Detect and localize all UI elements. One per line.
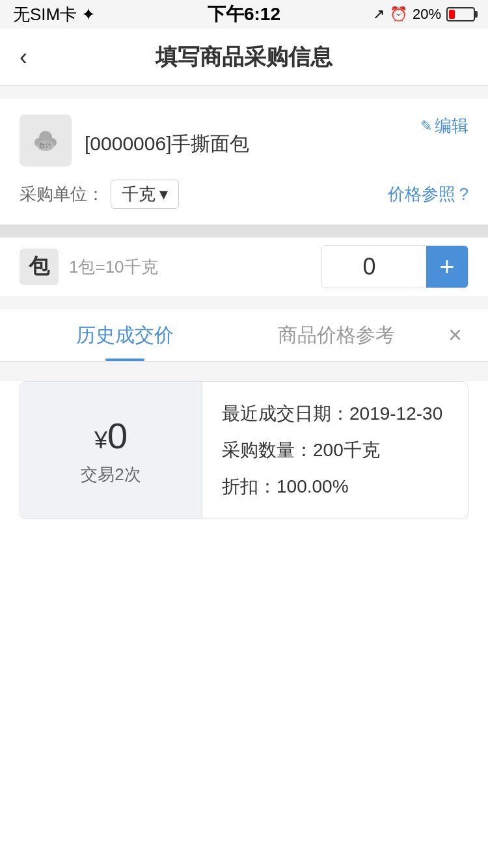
battery-percent: 20%: [413, 6, 441, 23]
date-label: 最近成交日期：: [222, 403, 349, 424]
battery-fill: [449, 10, 455, 19]
date-value: 2019-12-30: [349, 403, 442, 424]
status-left: 无SIM卡 ✦: [13, 3, 96, 26]
quantity-input[interactable]: [322, 246, 426, 288]
discount-value: 100.00%: [277, 476, 349, 496]
edit-label: 编辑: [435, 115, 468, 137]
trade-right: 最近成交日期：2019-12-30 采购数量：200千克 折扣：100.00%: [202, 382, 468, 519]
trade-date-row: 最近成交日期：2019-12-30: [222, 401, 448, 426]
section-divider: [0, 224, 488, 237]
tabs-header: 历史成交价 商品价格参考 ×: [0, 309, 488, 361]
tab-history-price[interactable]: 历史成交价: [20, 309, 230, 361]
back-button[interactable]: ‹: [20, 44, 27, 71]
price-symbol: ¥: [94, 427, 107, 454]
navigation-icon: ↗: [373, 6, 385, 23]
price-value: 0: [107, 415, 128, 456]
battery-icon: [446, 7, 475, 21]
product-meta: 采购单位： 千克 ▾ 价格参照 ?: [20, 180, 468, 209]
tab-history-label: 历史成交价: [76, 322, 174, 349]
discount-label: 折扣：: [222, 476, 277, 496]
unit-label: 采购单位： 千克 ▾: [20, 180, 179, 209]
product-title: 手撕面包: [171, 133, 249, 154]
tab-content: ¥0 交易2次 最近成交日期：2019-12-30 采购数量：200千克 折扣：…: [0, 381, 488, 642]
edit-icon: ✎: [420, 118, 432, 135]
product-left: 数计 [0000006]手撕面包: [20, 115, 249, 167]
tab-product-label: 商品价格参考: [278, 322, 395, 349]
help-icon: ?: [459, 184, 468, 204]
dropdown-icon: ▾: [159, 184, 168, 204]
quantity-row: 包 1包=10千克 +: [0, 237, 488, 296]
unit-box-label: 包: [20, 249, 59, 285]
trade-qty-row: 采购数量：200千克: [222, 438, 448, 463]
status-time: 下午6:12: [208, 2, 280, 27]
quantity-input-wrapper: +: [321, 245, 468, 288]
unit-equiv: 1包=10千克: [69, 256, 158, 278]
quantity-left: 包 1包=10千克: [20, 249, 158, 285]
unit-select[interactable]: 千克 ▾: [111, 180, 179, 209]
product-card: 数计 [0000006]手撕面包 ✎ 编辑 采购单位： 千克 ▾ 价格参照 ?: [0, 99, 488, 224]
trade-discount-row: 折扣：100.00%: [222, 474, 448, 499]
status-right: ↗ ⏰ 20%: [373, 6, 475, 23]
product-header: 数计 [0000006]手撕面包 ✎ 编辑: [20, 115, 468, 167]
bottom-area: [0, 642, 488, 868]
qty-value: 200千克: [313, 440, 380, 460]
carrier-text: 无SIM卡 ✦: [13, 3, 96, 26]
product-thumbnail: 数计: [20, 115, 72, 167]
svg-text:数计: 数计: [39, 142, 52, 149]
edit-button[interactable]: ✎ 编辑: [420, 115, 468, 137]
unit-label-text: 采购单位：: [20, 183, 104, 206]
tab-underline: [105, 359, 144, 361]
qty-label: 采购数量：: [222, 440, 313, 460]
product-name: [0000006]手撕面包: [85, 124, 249, 157]
trade-card: ¥0 交易2次 最近成交日期：2019-12-30 采购数量：200千克 折扣：…: [20, 381, 468, 519]
nav-bar: ‹ 填写商品采购信息: [0, 29, 488, 86]
page-title: 填写商品采购信息: [156, 42, 332, 72]
quantity-plus-button[interactable]: +: [426, 246, 468, 288]
price-ref-label: 价格参照: [388, 183, 455, 206]
product-id: [0000006]: [85, 133, 171, 154]
alarm-icon: ⏰: [390, 6, 407, 23]
unit-value: 千克: [122, 183, 156, 206]
trade-price: ¥0: [94, 414, 128, 457]
price-ref-button[interactable]: 价格参照 ?: [388, 183, 468, 206]
status-bar: 无SIM卡 ✦ 下午6:12 ↗ ⏰ 20%: [0, 0, 488, 29]
trade-left: ¥0 交易2次: [20, 382, 202, 519]
trade-count: 交易2次: [81, 463, 141, 486]
close-button[interactable]: ×: [442, 321, 468, 349]
tab-product-price-ref[interactable]: 商品价格参考: [230, 309, 441, 361]
tabs-container: 历史成交价 商品价格参考 ×: [0, 309, 488, 362]
